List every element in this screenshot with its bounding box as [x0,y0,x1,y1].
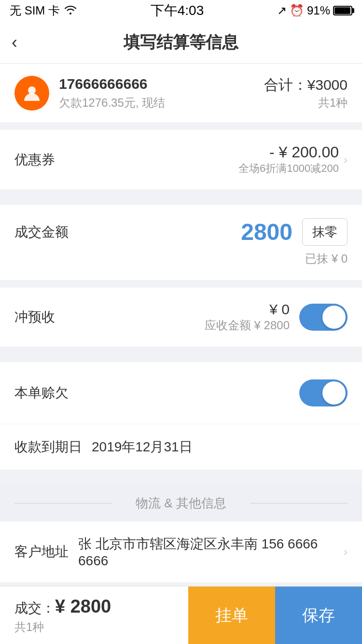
section-divider-2 [0,280,362,288]
amount-value-area: 2800 抹零 [241,218,348,246]
duedate-label: 收款到期日 [14,438,82,456]
status-bar: 无 SIM 卡 下午4:03 ↗ ⏰ 91% [0,0,362,21]
coupon-right: - ¥ 200.00 全场6折满1000减200 › [238,143,348,176]
customer-info: 17666666666 欠款1276.35元, 现结 [59,76,165,111]
pre-collection-toggle[interactable] [299,304,348,331]
status-right: ↗ ⏰ 91% [277,4,352,17]
total-value: ¥3000 [307,77,348,93]
address-arrow: › [344,545,348,559]
amount-row: 成交金额 2800 抹零 [14,218,348,246]
round-button[interactable]: 抹零 [302,218,348,246]
duedate-value: 2019年12月31日 [92,438,193,456]
logistics-label: 物流 & 其他信息 [136,495,226,512]
writeoff-label: 本单赊欠 [14,384,69,402]
hang-button[interactable]: 挂单 [188,587,275,644]
bottom-label: 成交： [14,601,55,616]
content-area: 17666666666 欠款1276.35元, 现结 合计：¥3000 共1种 … [0,64,362,644]
coupon-desc: 全场6折满1000减200 [238,161,339,176]
customer-card: 17666666666 欠款1276.35元, 现结 合计：¥3000 共1种 [0,64,362,122]
bottom-bar: 成交：¥ 2800 共1种 挂单 保存 [0,586,362,644]
nav-bar: ‹ 填写结算等信息 [0,21,362,64]
total-count: 共1种 [264,95,348,111]
customer-total: 合计：¥3000 共1种 [264,75,348,111]
transaction-label: 成交金额 [14,223,69,241]
total-amount: 合计：¥3000 [264,75,348,95]
address-label: 客户地址 [14,543,69,561]
page-title: 填写结算等信息 [124,31,238,54]
toggle-knob [322,306,346,329]
pre-collection-right: ¥ 0 应收金额 ¥ 2800 [205,301,348,333]
pre-amount: ¥ 0 [205,301,290,318]
customer-debt: 欠款1276.35元, 现结 [59,95,165,111]
bottom-amount-row: 成交：¥ 2800 [14,596,174,617]
transaction-section: 成交金额 2800 抹零 已抹 ¥ 0 [0,205,362,280]
battery-percent: 91% [307,4,330,17]
duedate-row: 收款到期日 2019年12月31日 [0,424,362,470]
wifi-icon [64,4,77,17]
pre-receivable: 应收金额 ¥ 2800 [205,318,290,333]
status-left: 无 SIM 卡 [10,3,77,18]
divider-line-right [251,503,348,504]
coupon-discount: - ¥ 200.00 [238,143,339,161]
writeoff-row: 本单赊欠 [0,362,362,424]
transaction-sub: 已抹 ¥ 0 [305,252,348,265]
section-divider-1 [0,197,362,205]
pre-collection-label: 冲预收 [14,308,55,326]
save-button[interactable]: 保存 [275,587,362,644]
section-divider-4 [0,470,362,477]
address-row[interactable]: 客户地址 张 北京市市辖区海淀区永丰南 156 6666 6666 › [0,521,362,582]
bottom-count: 共1种 [14,619,174,635]
divider-line-left [14,503,111,504]
bottom-summary: 成交：¥ 2800 共1种 [0,596,188,635]
coupon-row[interactable]: 优惠券 - ¥ 200.00 全场6折满1000减200 › [0,130,362,189]
total-label: 合计： [264,77,307,93]
location-icon: ↗ [277,4,287,17]
transaction-amount: 2800 [241,219,292,245]
logistics-section-divider: 物流 & 其他信息 [0,485,362,521]
writeoff-toggle[interactable] [299,379,348,406]
coupon-arrow: › [344,153,348,167]
coupon-label: 优惠券 [14,151,55,169]
section-divider-3 [0,347,362,354]
pre-collection-row: 冲预收 ¥ 0 应收金额 ¥ 2800 [0,288,362,347]
writeoff-toggle-knob [322,381,346,405]
customer-left: 17666666666 欠款1276.35元, 现结 [14,76,165,111]
customer-phone: 17666666666 [59,76,165,92]
back-button[interactable]: ‹ [12,32,17,53]
alarm-icon: ⏰ [290,4,304,17]
battery-icon [333,6,352,15]
avatar [14,76,49,111]
pre-values: ¥ 0 应收金额 ¥ 2800 [205,301,290,333]
sim-status: 无 SIM 卡 [10,3,60,18]
svg-point-0 [28,86,36,94]
status-time: 下午4:03 [151,1,204,20]
bottom-amount: ¥ 2800 [55,596,111,616]
address-value: 张 北京市市辖区海淀区永丰南 156 6666 6666 [78,535,334,569]
